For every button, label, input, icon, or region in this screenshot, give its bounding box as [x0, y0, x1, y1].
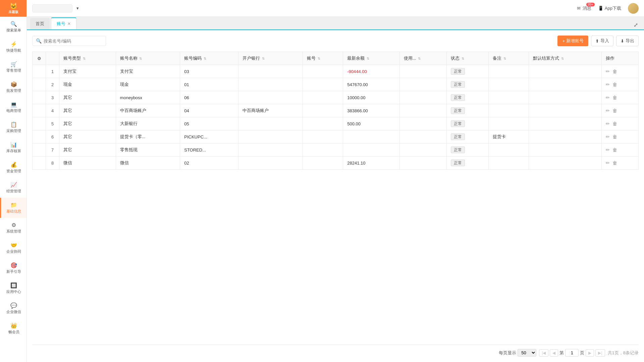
col-account[interactable]: 账号 ⇅ [303, 52, 343, 65]
tab-account[interactable]: 账号 ✕ [51, 17, 76, 29]
sort-balance-icon: ⇅ [367, 57, 369, 60]
cell-usage [399, 130, 446, 143]
topbar-dropdown[interactable]: ▾ [76, 6, 79, 11]
export-icon: ⬇ [621, 39, 624, 44]
delete-button[interactable]: 🗑 [612, 160, 617, 166]
edit-button[interactable]: ✏ [606, 108, 610, 113]
cell-balance: 10000.00 [343, 91, 400, 104]
edit-button[interactable]: ✏ [606, 134, 610, 139]
table-row: 7 其它 零售抵现 STORED... 正常 ✏ 🗑 [33, 143, 639, 157]
next-page-button[interactable]: ▶ [586, 349, 594, 357]
add-account-button[interactable]: + 新增账号 [557, 36, 588, 46]
cell-remark [488, 117, 529, 130]
edit-button[interactable]: ✏ [606, 69, 610, 74]
cell-no: 3 [46, 91, 59, 104]
export-button[interactable]: ⬇ 导出 [616, 36, 639, 46]
sidebar-item-quick-nav[interactable]: ⚡ 快捷导航 [0, 37, 26, 57]
col-remark[interactable]: 备注 ⇅ [488, 52, 529, 65]
status-badge: 正常 [451, 133, 465, 140]
delete-button[interactable]: 🗑 [612, 134, 617, 139]
app-download-label: App下载 [605, 5, 621, 11]
delete-button[interactable]: 🗑 [612, 95, 617, 100]
col-settings[interactable]: ⚙ [33, 52, 46, 65]
sidebar-item-members[interactable]: 👑 畅会员 [0, 318, 26, 339]
sidebar-item-guide[interactable]: 🎯 新手引导 [0, 258, 26, 278]
edit-button[interactable]: ✏ [606, 82, 610, 87]
app-download-button[interactable]: 📱 App下载 [598, 5, 621, 11]
col-bank[interactable]: 开户银行 ⇅ [238, 52, 303, 65]
cell-usage [399, 117, 446, 130]
per-page-select[interactable]: 50 100 200 [518, 349, 536, 357]
edit-button[interactable]: ✏ [606, 160, 610, 166]
col-usage[interactable]: 使用... ⇅ [399, 52, 446, 65]
tab-expand-button[interactable]: ⤢ [631, 20, 641, 29]
page-prefix: 第 [559, 350, 564, 356]
delete-button[interactable]: 🗑 [612, 69, 617, 74]
sidebar-item-ecommerce[interactable]: 💻 电商管理 [0, 97, 26, 117]
sidebar-item-label: 新手引导 [6, 269, 21, 274]
user-avatar[interactable] [628, 3, 639, 14]
topbar-search-input[interactable] [32, 4, 72, 12]
cell-name: 微信 [116, 157, 180, 170]
col-type[interactable]: 账号类型 ⇅ [59, 52, 116, 65]
tab-account-close[interactable]: ✕ [67, 21, 71, 26]
sidebar-item-finance[interactable]: 💰 资金管理 [0, 158, 26, 178]
col-status[interactable]: 状态 ⇅ [447, 52, 489, 65]
sidebar-item-enterprise-agreement[interactable]: 🤝 企业协同 [0, 238, 26, 258]
tab-home[interactable]: 首页 [30, 18, 50, 29]
delete-button[interactable]: 🗑 [612, 108, 617, 113]
edit-button[interactable]: ✏ [606, 95, 610, 100]
sidebar-item-search-menu[interactable]: 🔍 搜索菜单 [0, 17, 26, 37]
col-code[interactable]: 账号编码 ⇅ [180, 52, 238, 65]
edit-button[interactable]: ✏ [606, 121, 610, 126]
sidebar-item-wholesale[interactable]: 📦 批发管理 [0, 77, 26, 97]
delete-button[interactable]: 🗑 [612, 147, 617, 153]
tab-home-label: 首页 [36, 21, 44, 27]
export-label: 导出 [626, 38, 634, 44]
col-no[interactable] [46, 52, 59, 65]
page-size-selector[interactable]: 每页显示 50 100 200 [499, 349, 536, 357]
sidebar-item-label: 库存核算 [6, 148, 21, 154]
sidebar-item-operations[interactable]: 📈 经营管理 [0, 178, 26, 198]
delete-button[interactable]: 🗑 [612, 82, 617, 87]
search-icon: 🔍 [36, 38, 42, 44]
import-button[interactable]: ⬆ 导入 [591, 36, 613, 46]
cell-status: 正常 [447, 78, 489, 91]
sidebar-item-enterprise-wechat[interactable]: 💬 企业微信 [0, 298, 26, 318]
retail-icon: 🛒 [10, 61, 17, 67]
account-search-input[interactable] [44, 39, 101, 44]
delete-button[interactable]: 🗑 [612, 121, 617, 126]
col-name[interactable]: 账号名称 ⇅ [116, 52, 180, 65]
status-badge: 正常 [451, 94, 465, 101]
sidebar-item-basic-info[interactable]: 📁 基础信息 [0, 198, 26, 218]
message-button[interactable]: ✉ 消息 99+ [577, 5, 591, 11]
logo-icon: 🐱 [10, 2, 17, 10]
sidebar-item-purchase[interactable]: 📋 采购管理 [0, 117, 26, 137]
sidebar-item-system[interactable]: ⚙ 系统管理 [0, 218, 26, 238]
cell-balance [343, 130, 400, 143]
col-balance[interactable]: 最新余额 ⇅ [343, 52, 400, 65]
cell-code: 05 [180, 117, 238, 130]
page-number-input[interactable] [565, 349, 579, 357]
account-search-box[interactable]: 🔍 [32, 36, 106, 46]
tab-account-label: 账号 [57, 21, 65, 27]
sidebar-item-retail[interactable]: 🛒 零售管理 [0, 57, 26, 77]
last-page-button[interactable]: ▶| [595, 349, 605, 357]
sidebar-item-label: 采购管理 [6, 128, 21, 133]
col-default-payment[interactable]: 默认结算方式 ⇅ [529, 52, 602, 65]
sidebar-item-app-center[interactable]: 🔲 应用中心 [0, 278, 26, 298]
cell-balance: 500.00 [343, 117, 400, 130]
first-page-button[interactable]: |◀ [539, 349, 548, 357]
cell-account [303, 157, 343, 170]
edit-button[interactable]: ✏ [606, 147, 610, 153]
tab-bar: 首页 账号 ✕ ⤢ [27, 17, 644, 30]
cell-account [303, 104, 343, 117]
cell-balance: 383866.00 [343, 104, 400, 117]
sidebar-item-label: 零售管理 [6, 68, 21, 73]
cell-status: 正常 [447, 117, 489, 130]
cell-account [303, 117, 343, 130]
prev-page-button[interactable]: ◀ [550, 349, 558, 357]
sidebar-item-inventory[interactable]: 📊 库存核算 [0, 137, 26, 158]
cell-remark: 提货卡 [488, 130, 529, 143]
cell-settings [33, 130, 46, 143]
